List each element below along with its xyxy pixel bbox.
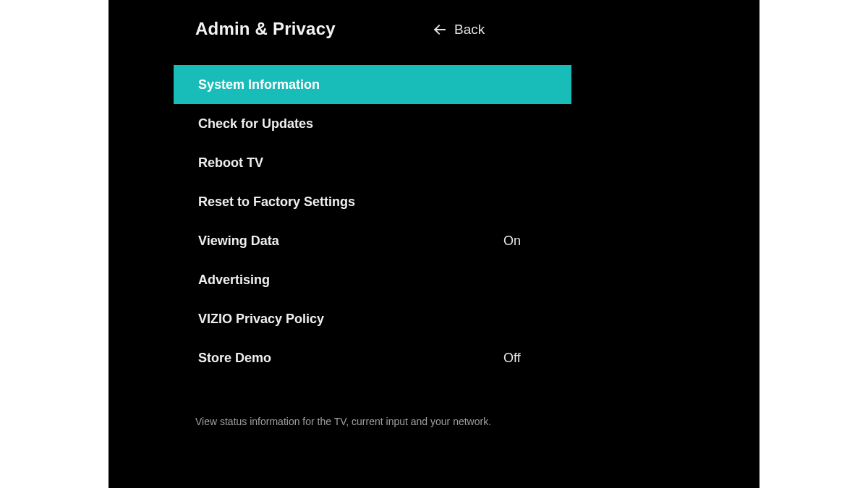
menu-item-viewing-data[interactable]: Viewing Data On <box>174 221 571 260</box>
menu-item-reboot-tv[interactable]: Reboot TV <box>174 143 571 182</box>
header: Admin & Privacy Back <box>109 0 760 51</box>
menu-item-label: Check for Updates <box>198 116 313 132</box>
settings-menu: System Information Check for Updates Reb… <box>174 65 571 377</box>
menu-item-value: Off <box>482 351 547 366</box>
menu-item-description: View status information for the TV, curr… <box>195 416 629 427</box>
menu-item-label: Viewing Data <box>198 234 279 249</box>
menu-item-check-for-updates[interactable]: Check for Updates <box>174 104 571 143</box>
menu-item-label: Advertising <box>198 273 270 288</box>
arrow-left-icon <box>434 23 447 36</box>
menu-item-advertising[interactable]: Advertising <box>174 260 571 299</box>
menu-item-label: Store Demo <box>198 351 271 366</box>
back-button[interactable]: Back <box>434 22 485 38</box>
tv-settings-screen: Admin & Privacy Back System Information … <box>109 0 760 488</box>
menu-item-label: VIZIO Privacy Policy <box>198 312 324 327</box>
menu-item-store-demo[interactable]: Store Demo Off <box>174 338 571 377</box>
menu-item-privacy-policy[interactable]: VIZIO Privacy Policy <box>174 299 571 338</box>
menu-item-label: Reset to Factory Settings <box>198 194 355 210</box>
back-label: Back <box>454 22 485 38</box>
menu-item-reset-factory[interactable]: Reset to Factory Settings <box>174 182 571 221</box>
page-title: Admin & Privacy <box>195 19 336 39</box>
menu-item-value: On <box>482 234 547 249</box>
menu-item-label: System Information <box>198 77 320 93</box>
menu-item-system-information[interactable]: System Information <box>174 65 571 104</box>
menu-item-label: Reboot TV <box>198 155 263 171</box>
